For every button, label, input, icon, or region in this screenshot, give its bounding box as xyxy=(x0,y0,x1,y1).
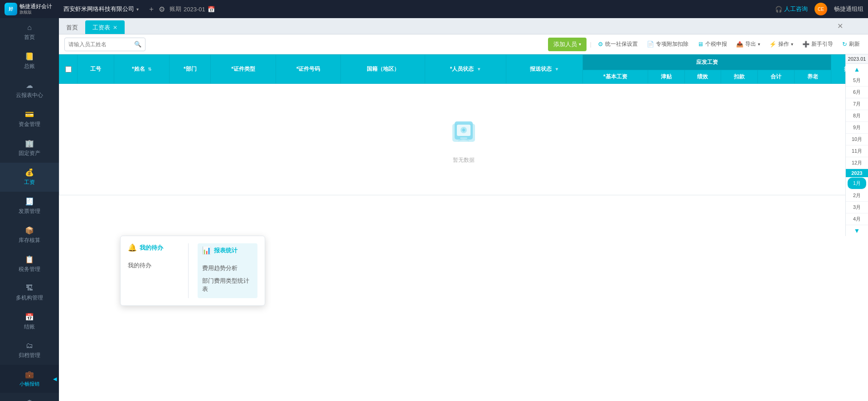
timeline-month-2[interactable]: 2月 xyxy=(846,190,868,202)
social-security-icon: ⚙ xyxy=(598,41,603,48)
add-person-button[interactable]: 添加人员 ▾ xyxy=(548,38,587,51)
col-number-header: 工号 xyxy=(78,55,114,84)
sidebar-item-ledger[interactable]: 📒 总账 xyxy=(0,47,59,76)
salary-table: 工号 *姓名 ⇅ *部门 *证件类型 *证件号码 国籍（地区） *人员状态 ▼ xyxy=(59,54,868,195)
main-layout: ⌂ 首页 📒 总账 ☁ 云报表中心 💳 资金管理 🏢 固定资产 💰 工资 🧾 发… xyxy=(0,18,868,401)
sidebar-item-funds[interactable]: 💳 资金管理 xyxy=(0,105,59,134)
tab-salary-table[interactable]: 工资表 ✕ xyxy=(85,20,125,34)
popup-menu: 🔔 我的待办 我的待办 📊 报表统计 费用趋势分析 部门费用类型统计表 xyxy=(120,236,265,306)
toolbar: 🔍 添加人员 ▾ | ⚙ 统一社保设置 📄 专项附加扣除 🖥 个税申报 📤 xyxy=(59,34,868,54)
add-icon[interactable]: ＋ xyxy=(148,5,155,14)
sidebar-label-cloud: 云报表中心 xyxy=(16,92,43,99)
tab-area-close-icon[interactable]: ✕ xyxy=(837,22,843,30)
refresh-label: 刷新 xyxy=(849,40,860,48)
settings-icon[interactable]: ⚙ xyxy=(159,5,165,14)
sidebar-collapse-icon: ◀ xyxy=(53,376,57,382)
expense-icon: 💼 xyxy=(25,370,34,379)
sidebar-item-inventory[interactable]: 📦 库存核算 xyxy=(0,221,59,250)
col-check-header xyxy=(59,55,78,84)
multi-icon: 🏗 xyxy=(26,284,33,292)
timeline-month-6[interactable]: 6月 xyxy=(846,87,868,98)
tab-salary-label: 工资表 xyxy=(92,24,110,32)
popup-dept-cost[interactable]: 部门费用类型统计表 xyxy=(202,275,253,295)
refresh-btn[interactable]: ↻ 刷新 xyxy=(839,39,863,50)
archive-icon: 🗂 xyxy=(26,342,33,350)
top-right: 🎧 人工咨询 CE 畅捷通组组 xyxy=(775,3,863,15)
empty-row: 暂无数据 xyxy=(59,84,868,195)
sidebar-item-cloud[interactable]: ☁ 云报表中心 xyxy=(0,76,59,105)
col-name-label: *姓名 xyxy=(132,66,145,72)
search-icon[interactable]: 🔍 xyxy=(134,41,141,48)
sidebar-item-multi[interactable]: 🏗 多机构管理 xyxy=(0,279,59,307)
timeline-month-4[interactable]: 4月 xyxy=(846,213,868,225)
col-send-status-header[interactable]: 报送状态 ▼ xyxy=(506,55,583,84)
timeline-month-3[interactable]: 3月 xyxy=(846,202,868,213)
tax-report-btn[interactable]: 🖥 个税申报 xyxy=(695,39,730,50)
sidebar-item-home[interactable]: ⌂ 首页 xyxy=(0,18,59,47)
special-deduction-btn[interactable]: 📄 专项附加扣除 xyxy=(644,39,691,50)
timeline-month-7[interactable]: 7月 xyxy=(846,98,868,110)
company-name: 西安虾米网络科技有限公司 xyxy=(63,5,134,13)
service-btn[interactable]: 🎧 人工咨询 xyxy=(775,5,808,13)
todo-icon: 🔔 xyxy=(128,243,137,252)
tab-close-icon[interactable]: ✕ xyxy=(113,24,117,31)
sidebar-label-funds: 资金管理 xyxy=(19,121,40,128)
home-icon: ⌂ xyxy=(27,24,32,32)
special-deduction-icon: 📄 xyxy=(647,41,654,48)
tax-icon: 📋 xyxy=(25,255,34,264)
col-deduction-header: 扣款 xyxy=(721,70,758,84)
operation-label: 操作 xyxy=(778,40,789,48)
account-period: 账期 2023-01 📅 xyxy=(170,5,215,13)
new-guide-btn[interactable]: ➕ 新手引导 xyxy=(800,39,836,50)
calendar-icon[interactable]: 📅 xyxy=(208,6,215,13)
divider1: | xyxy=(590,41,592,48)
col-cert-type-header: *证件类型 xyxy=(211,55,276,84)
company-selector[interactable]: 西安虾米网络科技有限公司 ▾ xyxy=(59,5,143,13)
popup-cost-trend[interactable]: 费用趋势分析 xyxy=(202,262,253,275)
sort-name-icon: ⇅ xyxy=(148,67,151,72)
sidebar-item-basic[interactable]: ⚙ 基础设置 xyxy=(0,393,59,401)
col-country-header: 国籍（地区） xyxy=(341,55,425,84)
logo-area: 好 畅捷通好会计 旗舰版 xyxy=(5,3,59,15)
popup-todo-label: 我的待办 xyxy=(140,244,163,252)
add-person-label: 添加人员 xyxy=(553,40,577,48)
popup-my-todo[interactable]: 我的待办 xyxy=(128,259,179,272)
sidebar-item-salary[interactable]: 💰 工资 xyxy=(0,163,59,192)
refresh-icon: ↻ xyxy=(842,41,847,48)
sidebar-label-tax: 税务管理 xyxy=(19,266,40,273)
timeline-month-5[interactable]: 5月 xyxy=(846,75,868,87)
select-all-checkbox[interactable] xyxy=(65,66,72,72)
username[interactable]: 畅捷通组组 xyxy=(834,5,863,13)
timeline-month-12[interactable]: 12月 xyxy=(846,157,868,169)
timeline-month-11[interactable]: 11月 xyxy=(846,145,868,157)
user-avatar: CE xyxy=(815,3,827,15)
timeline-month-10[interactable]: 10月 xyxy=(846,134,868,145)
sidebar-item-expense[interactable]: 💼 小畅报销 ◀ xyxy=(0,365,59,393)
empty-illustration xyxy=(446,115,482,151)
timeline-month-1[interactable]: 1月 xyxy=(848,178,866,189)
timeline-next-btn[interactable]: ▼ xyxy=(846,225,868,236)
timeline-month-8[interactable]: 8月 xyxy=(846,110,868,122)
search-input[interactable] xyxy=(68,41,132,48)
sidebar-item-assets[interactable]: 🏢 固定资产 xyxy=(0,134,59,163)
export-arrow-icon: ▾ xyxy=(758,42,760,47)
operation-btn[interactable]: ⚡ 操作 ▾ xyxy=(766,39,796,50)
timeline-month-9[interactable]: 9月 xyxy=(846,122,868,134)
export-btn[interactable]: 📤 导出 ▾ xyxy=(733,39,763,50)
col-allowance-header: 津贴 xyxy=(648,70,684,84)
col-salary-group-header: 应发工资 xyxy=(583,55,831,70)
col-name-header[interactable]: *姓名 ⇅ xyxy=(114,55,169,84)
sidebar-item-invoice[interactable]: 🧾 发票管理 xyxy=(0,192,59,221)
col-status-header[interactable]: *人员状态 ▼ xyxy=(425,55,506,84)
table-container: 工号 *姓名 ⇅ *部门 *证件类型 *证件号码 国籍（地区） *人员状态 ▼ xyxy=(59,54,868,401)
sidebar-label-close: 结账 xyxy=(24,323,35,331)
social-security-btn[interactable]: ⚙ 统一社保设置 xyxy=(595,39,640,50)
empty-state: 暂无数据 xyxy=(62,87,865,191)
sidebar-item-archive[interactable]: 🗂 归档管理 xyxy=(0,336,59,365)
timeline-prev-btn[interactable]: ▲ xyxy=(846,64,868,75)
sidebar-item-tax[interactable]: 📋 税务管理 xyxy=(0,250,59,279)
ledger-icon: 📒 xyxy=(25,52,34,61)
operation-icon: ⚡ xyxy=(769,41,776,48)
tab-home[interactable]: 首页 xyxy=(59,20,85,34)
sidebar-item-close[interactable]: 📅 结账 xyxy=(0,307,59,336)
